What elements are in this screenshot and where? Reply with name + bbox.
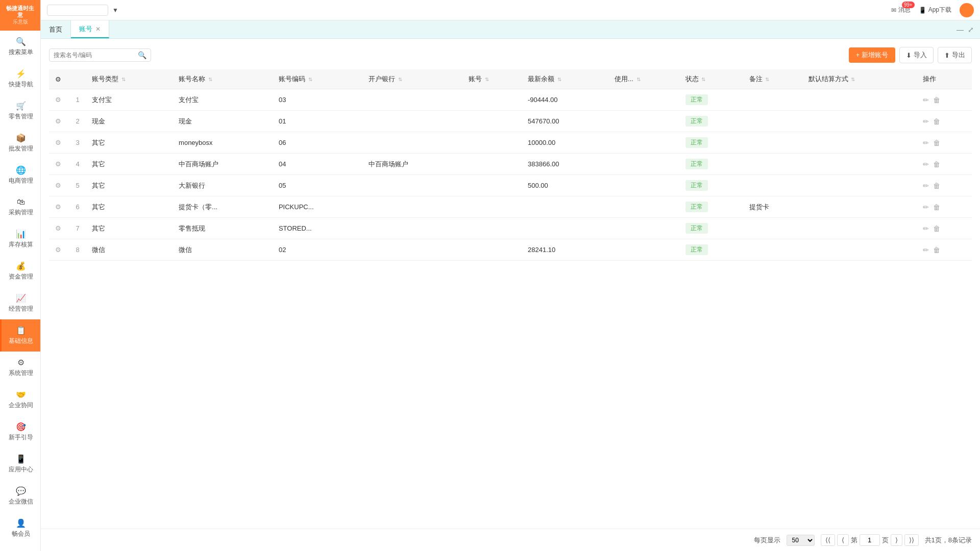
sidebar-item-guide[interactable]: 🎯新手引导	[0, 416, 40, 448]
tab-home[interactable]: 首页	[41, 20, 71, 38]
sidebar-label-appcenter: 应用中心	[9, 465, 33, 474]
minimize-icon[interactable]: —	[957, 26, 964, 34]
sort-balance-icon: ⇅	[557, 77, 561, 82]
column-bank[interactable]: 开户银行 ⇅	[364, 69, 464, 89]
row-status: 正常	[681, 154, 745, 175]
add-account-button[interactable]: + 新增账号	[849, 47, 895, 63]
row-remark	[745, 89, 804, 111]
member-icon: 👤	[16, 518, 26, 528]
message-button[interactable]: ✉ 消息 99+	[891, 6, 911, 14]
row-settings-icon[interactable]: ⚙	[55, 182, 61, 189]
edit-icon[interactable]: ✏	[923, 224, 929, 233]
topbar-right: ✉ 消息 99+ 📱 App下载	[891, 3, 974, 17]
topbar-search-input[interactable]	[47, 5, 108, 16]
sidebar-item-basicinfo[interactable]: 📋基础信息	[0, 319, 40, 352]
column-account[interactable]: 账号 ⇅	[464, 69, 524, 89]
table-row: ⚙ 1 支付宝 支付宝 03 -90444.00 正常 ✏ 🗑	[49, 89, 972, 111]
delete-icon[interactable]: 🗑	[933, 203, 940, 211]
app-download-button[interactable]: 📱 App下载	[919, 6, 951, 14]
page-number-input[interactable]	[860, 534, 880, 546]
sidebar-item-wechat[interactable]: 💬企业微信	[0, 480, 40, 512]
row-code: 03	[275, 89, 364, 111]
column-code[interactable]: 账号编码 ⇅	[275, 69, 364, 89]
row-settings-icon[interactable]: ⚙	[55, 246, 61, 254]
sort-use-icon: ⇅	[636, 77, 641, 82]
tab-account-close[interactable]: ✕	[95, 26, 101, 33]
delete-icon[interactable]: 🗑	[933, 182, 940, 190]
row-default-pay	[804, 111, 919, 132]
column-use[interactable]: 使用... ⇅	[610, 69, 681, 89]
delete-icon[interactable]: 🗑	[933, 246, 940, 254]
row-use	[610, 175, 681, 196]
topbar-dropdown[interactable]: ▼	[112, 7, 118, 14]
import-label: 导入	[914, 51, 927, 60]
column-name[interactable]: 账号名称 ⇅	[175, 69, 275, 89]
import-button[interactable]: ⬇ 导入	[899, 47, 934, 63]
column-status[interactable]: 状态 ⇅	[681, 69, 745, 89]
edit-icon[interactable]: ✏	[923, 117, 929, 126]
row-code: 04	[275, 154, 364, 175]
page-suffix: 页	[882, 536, 889, 545]
delete-icon[interactable]: 🗑	[933, 224, 940, 233]
delete-icon[interactable]: 🗑	[933, 117, 940, 126]
sidebar-item-search[interactable]: 🔍搜索菜单	[0, 31, 40, 63]
row-settings-icon[interactable]: ⚙	[55, 139, 61, 146]
sidebar-item-operations[interactable]: 📈经营管理	[0, 287, 40, 319]
column-default-pay[interactable]: 默认结算方式 ⇅	[804, 69, 919, 89]
expand-icon[interactable]: ⤢	[968, 26, 974, 34]
first-page-button[interactable]: ⟨⟨	[821, 534, 835, 546]
sidebar-item-agreement[interactable]: 🤝企业协同	[0, 384, 40, 416]
column-remark[interactable]: 备注 ⇅	[745, 69, 804, 89]
edit-icon[interactable]: ✏	[923, 160, 929, 168]
logo-sub: 乐意版	[13, 18, 28, 26]
search-input[interactable]	[54, 52, 135, 59]
edit-icon[interactable]: ✏	[923, 246, 929, 254]
search-icon[interactable]: 🔍	[138, 51, 146, 59]
sidebar-item-appcenter[interactable]: 📱应用中心	[0, 448, 40, 480]
sidebar-item-finance[interactable]: 💰资金管理	[0, 255, 40, 287]
row-num: 5	[67, 175, 88, 196]
sidebar-item-member[interactable]: 👤畅会员	[0, 512, 40, 544]
edit-icon[interactable]: ✏	[923, 96, 929, 104]
column-balance[interactable]: 最新余额 ⇅	[524, 69, 610, 89]
page-size-select[interactable]: 50 100	[787, 535, 815, 546]
tabbar: 首页 账号 ✕ — ⤢	[41, 20, 980, 39]
row-num: 1	[67, 89, 88, 111]
row-settings-icon[interactable]: ⚙	[55, 160, 61, 168]
sidebar-item-system[interactable]: ⚙系统管理	[0, 352, 40, 384]
sidebar-item-ecommerce[interactable]: 🌐电商管理	[0, 159, 40, 191]
sidebar-label-system: 系统管理	[9, 369, 33, 378]
delete-icon[interactable]: 🗑	[933, 139, 940, 147]
row-code: 05	[275, 175, 364, 196]
status-badge: 正常	[685, 116, 708, 127]
sidebar-label-basicinfo: 基础信息	[9, 337, 33, 345]
sidebar-item-wholesale[interactable]: 📦批发管理	[0, 127, 40, 159]
row-settings-icon[interactable]: ⚙	[55, 117, 61, 125]
sidebar-item-retail[interactable]: 🛒零售管理	[0, 95, 40, 127]
row-settings-icon[interactable]: ⚙	[55, 96, 61, 104]
row-name: 现金	[175, 111, 275, 132]
delete-icon[interactable]: 🗑	[933, 160, 940, 168]
export-button[interactable]: ⬆ 导出	[938, 47, 972, 63]
column-gear[interactable]: ⚙	[49, 69, 67, 89]
user-avatar[interactable]	[960, 3, 974, 17]
sort-status-icon: ⇅	[701, 77, 705, 82]
edit-icon[interactable]: ✏	[923, 182, 929, 190]
prev-page-button[interactable]: ⟨	[837, 534, 849, 546]
row-name: 微信	[175, 239, 275, 261]
tab-account[interactable]: 账号 ✕	[71, 20, 109, 38]
row-bank	[364, 218, 464, 239]
row-bank	[364, 89, 464, 111]
sidebar-item-quicknav[interactable]: ⚡快捷导航	[0, 63, 40, 95]
last-page-button[interactable]: ⟩⟩	[904, 534, 919, 546]
delete-icon[interactable]: 🗑	[933, 96, 940, 104]
next-page-button[interactable]: ⟩	[891, 534, 902, 546]
row-settings-icon[interactable]: ⚙	[55, 203, 61, 211]
sidebar-item-inventory[interactable]: 📊库存核算	[0, 223, 40, 255]
sidebar-item-purchase[interactable]: 🛍采购管理	[0, 191, 40, 223]
row-settings-icon[interactable]: ⚙	[55, 224, 61, 232]
edit-icon[interactable]: ✏	[923, 203, 929, 211]
edit-icon[interactable]: ✏	[923, 139, 929, 147]
column-type[interactable]: 账号类型 ⇅	[88, 69, 175, 89]
row-balance: 500.00	[524, 175, 610, 196]
